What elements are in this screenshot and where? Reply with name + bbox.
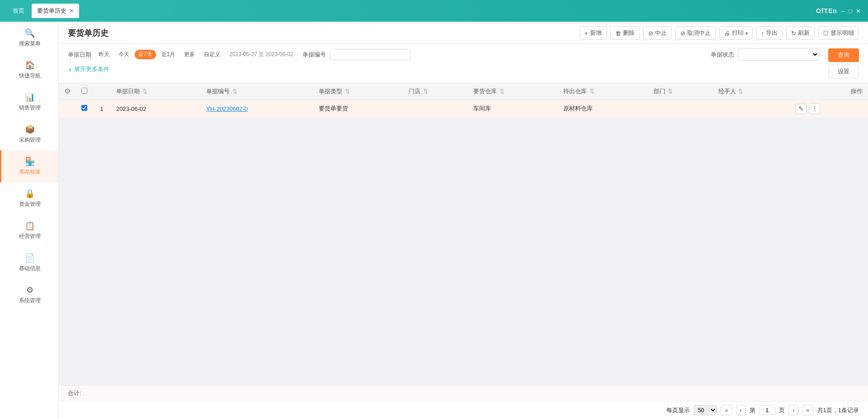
sidebar-item-inventory-calc[interactable]: 🏪 库存核算 xyxy=(0,150,58,182)
tab-home-label: 首页 xyxy=(13,7,24,15)
last-page-button[interactable]: » xyxy=(802,405,813,415)
col-store-sort-icon[interactable]: ⇅ xyxy=(423,88,428,95)
suspend-button[interactable]: ⊘ 中止 xyxy=(643,26,672,40)
date-btn-more[interactable]: 更多 xyxy=(180,50,198,59)
brand-name: OfTEn xyxy=(816,7,837,14)
status-select[interactable] xyxy=(738,48,819,61)
row-doc-type-cell: 要货单要货 xyxy=(313,100,403,118)
setting-button[interactable]: 设置 xyxy=(828,65,859,78)
sidebar-item-system-mgmt[interactable]: ⚙ 系统管理 xyxy=(0,279,58,311)
col-store-label: 门店 xyxy=(409,88,420,95)
col-req-warehouse: 要货仓库 ⇅ xyxy=(468,83,558,100)
row-doc-no-link[interactable]: YH-20230602-0 xyxy=(206,105,248,112)
purchase-mgmt-icon: 📦 xyxy=(25,124,35,134)
row-req-warehouse: 车间库 xyxy=(473,105,491,112)
next-page-button[interactable]: › xyxy=(788,405,798,415)
filter-area: 单据日期 昨天 今天 近7天 近1月 更多 自定义 2023-05-27 至 2… xyxy=(59,44,868,83)
export-label: 导出 xyxy=(766,29,778,37)
date-filter-label: 单据日期 xyxy=(68,51,91,59)
col-doc-date-sort-icon[interactable]: ⇅ xyxy=(142,88,147,95)
filter-doc-no: 单据编号 xyxy=(302,49,411,60)
doc-no-input[interactable] xyxy=(330,49,411,60)
tab-requisition-history[interactable]: 要货单历史 ✕ xyxy=(32,4,79,18)
col-department-sort-icon[interactable]: ⇅ xyxy=(668,88,673,95)
tab-close-icon[interactable]: ✕ xyxy=(69,8,74,14)
date-btn-yesterday[interactable]: 昨天 xyxy=(95,50,113,59)
sidebar-item-system-mgmt-label: 系统管理 xyxy=(19,297,41,305)
toolbar: + 新增 🗑 删除 ⊘ 中止 ⊘ 取消中止 xyxy=(580,26,859,40)
col-handler-sort-icon[interactable]: ⇅ xyxy=(738,88,743,95)
doc-no-filter-label: 单据编号 xyxy=(302,51,326,59)
cancel-suspend-label: 取消中止 xyxy=(687,29,711,37)
page-number-input[interactable] xyxy=(759,405,775,415)
window-maximize-icon[interactable]: □ xyxy=(849,8,852,14)
col-doc-type-sort-icon[interactable]: ⇅ xyxy=(345,88,350,95)
show-detail-label: 显示明细 xyxy=(830,29,854,37)
sidebar-item-purchase-mgmt[interactable]: 📦 采购管理 xyxy=(0,118,58,150)
col-handler-label: 经手人 xyxy=(718,88,736,95)
show-detail-button[interactable]: ☐ 显示明细 xyxy=(818,26,859,40)
top-bar: 首页 要货单历史 ✕ OfTEn ─ □ ✕ xyxy=(0,0,868,22)
sidebar-item-quick-nav-label: 快捷导航 xyxy=(19,72,41,80)
window-minimize-icon[interactable]: ─ xyxy=(841,8,845,14)
col-store: 门店 ⇅ xyxy=(403,83,468,100)
tab-home[interactable]: 首页 xyxy=(7,4,30,18)
cancel-suspend-button[interactable]: ⊘ 取消中止 xyxy=(675,26,716,40)
col-doc-type: 单据类型 ⇅ xyxy=(313,83,403,100)
row-action-cell: ✎ ⋮ xyxy=(790,100,868,118)
delete-button[interactable]: 🗑 删除 xyxy=(610,26,640,40)
add-label: 新增 xyxy=(590,29,602,37)
filter-date: 单据日期 昨天 今天 近7天 近1月 更多 自定义 2023-05-27 至 2… xyxy=(68,50,293,59)
expand-more-conditions[interactable]: ∨ 展开更多条件 xyxy=(68,65,819,73)
sidebar-item-operation-mgmt[interactable]: 📋 经营管理 xyxy=(0,214,58,247)
row-checkbox-cell xyxy=(76,100,93,118)
date-btn-today[interactable]: 今天 xyxy=(115,50,133,59)
date-btn-custom[interactable]: 自定义 xyxy=(200,50,224,59)
sidebar: 🔍 搜索菜单 🏠 快捷导航 📊 销售管理 📦 采购管理 🏪 库存核算 🔒 xyxy=(0,22,59,419)
col-req-warehouse-label: 要货仓库 xyxy=(473,88,497,95)
column-settings-icon[interactable]: ⚙ xyxy=(64,87,71,95)
top-right-area: OfTEn ─ □ ✕ xyxy=(816,7,861,14)
sidebar-item-operation-mgmt-label: 经营管理 xyxy=(19,233,41,240)
col-pending-warehouse-sort-icon[interactable]: ⇅ xyxy=(590,88,594,95)
window-close-icon[interactable]: ✕ xyxy=(856,8,861,14)
sales-mgmt-icon: 📊 xyxy=(25,92,35,102)
suspend-icon: ⊘ xyxy=(648,30,653,37)
basic-info-icon: 📄 xyxy=(25,253,35,263)
search-menu-icon: 🔍 xyxy=(25,28,35,38)
refresh-button[interactable]: ↻ 刷新 xyxy=(786,26,815,40)
per-page-select[interactable]: 20 50 100 xyxy=(693,405,717,415)
sidebar-item-basic-info[interactable]: 📄 基础信息 xyxy=(0,247,58,279)
date-btn-1month[interactable]: 近1月 xyxy=(158,50,179,59)
table-wrapper: ⚙ 单据日期 ⇅ xyxy=(59,83,868,385)
refresh-label: 刷新 xyxy=(798,29,810,37)
sidebar-item-search-menu[interactable]: 🔍 搜索菜单 xyxy=(0,22,58,54)
date-btn-7days[interactable]: 近7天 xyxy=(135,50,156,59)
export-button[interactable]: ↑ 导出 xyxy=(756,26,783,40)
row-edit-button[interactable]: ✎ xyxy=(796,103,807,114)
page-title: 要货单历史 xyxy=(68,28,108,38)
export-icon: ↑ xyxy=(761,30,764,37)
query-button[interactable]: 查询 xyxy=(828,48,859,62)
print-button[interactable]: 🖨 打印 ▾ xyxy=(719,26,753,40)
add-button[interactable]: + 新增 xyxy=(580,26,607,40)
add-icon: + xyxy=(585,30,588,37)
col-doc-no: 单据编号 ⇅ xyxy=(201,83,313,100)
col-doc-type-label: 单据类型 xyxy=(319,88,342,95)
col-doc-date-label: 单据日期 xyxy=(116,88,140,95)
sidebar-item-sales-mgmt[interactable]: 📊 销售管理 xyxy=(0,86,58,118)
row-more-button[interactable]: ⋮ xyxy=(809,103,820,114)
table-body: 1 2023-06-02 YH-20230602-0 要货单要货 xyxy=(59,100,868,118)
col-action-label: 操作 xyxy=(851,88,863,95)
col-doc-no-sort-icon[interactable]: ⇅ xyxy=(232,88,237,95)
col-req-warehouse-sort-icon[interactable]: ⇅ xyxy=(500,88,505,95)
col-pending-warehouse: 待出仓库 ⇅ xyxy=(558,83,648,100)
delete-label: 删除 xyxy=(623,29,635,37)
sidebar-item-quick-nav[interactable]: 🏠 快捷导航 xyxy=(0,54,58,86)
select-all-checkbox[interactable] xyxy=(81,88,87,94)
row-checkbox[interactable] xyxy=(81,105,87,111)
first-page-button[interactable]: « xyxy=(721,405,732,415)
prev-page-button[interactable]: ‹ xyxy=(736,405,746,415)
expand-label: 展开更多条件 xyxy=(74,65,109,73)
sidebar-item-finance-mgmt[interactable]: 🔒 资金管理 xyxy=(0,182,58,214)
